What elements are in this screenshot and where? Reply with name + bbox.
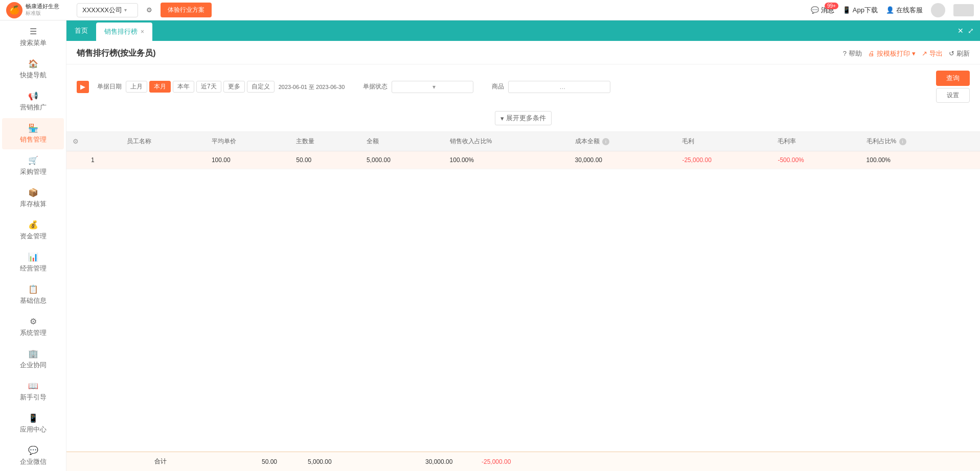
date-filter-label: 单据日期 [97,82,122,91]
tab-bar: 首页 销售排行榜 × ✕ ⤢ [66,20,980,41]
company-selector[interactable]: XXXXXX公司 ▾ [77,3,138,17]
filter-expand-arrow[interactable]: ▶ [77,81,89,93]
tab-home[interactable]: 首页 [66,20,96,41]
footer-amount: 5,000.00 [308,458,364,465]
col-settings-icon[interactable]: ⚙ [73,138,79,145]
company-dropdown-icon: ▾ [124,7,127,13]
sidebar-icon-finance: 💰 [28,220,38,230]
sidebar-item-purchase[interactable]: 🛒 采购管理 [2,150,64,182]
export-btn[interactable]: ↗ 导出 [922,49,943,58]
status-select-arrow: ▾ [432,83,469,91]
sidebar: ☰ 搜索菜单🏠 快捷导航📢 营销推广🏪 销售管理🛒 采购管理📦 库存核算💰 资金… [0,20,66,471]
footer-label: 合计 [154,457,216,466]
date-btn-last-month[interactable]: 上月 [126,81,147,93]
tab-sales-ranking[interactable]: 销售排行榜 × [96,23,152,41]
app-download-btn[interactable]: 📱 App下载 [842,6,878,15]
cost-info-icon[interactable]: i [602,138,609,145]
col-avg-price: 平均单价 [206,132,290,151]
company-name: XXXXXX公司 [82,6,122,15]
tab-close-icon[interactable]: × [141,28,144,35]
tab-home-label: 首页 [75,26,88,35]
sidebar-item-quick-nav[interactable]: 🏠 快捷导航 [2,54,64,85]
goods-filter-label: 商品 [492,82,504,91]
sidebar-item-marketing[interactable]: 📢 营销推广 [2,86,64,117]
avatar[interactable] [931,3,945,17]
user-menu[interactable] [953,4,974,16]
date-btn-custom[interactable]: 自定义 [247,81,275,93]
help-icon: ? [843,50,847,57]
col-qty: 主数量 [290,132,360,151]
date-btn-more[interactable]: 更多 [223,81,245,93]
sidebar-label-guide: 新手引导 [20,393,47,402]
logo-sub: 标准版 [26,10,59,17]
sidebar-item-system[interactable]: ⚙ 系统管理 [2,311,64,343]
date-btn-this-month[interactable]: 本月 [149,81,171,93]
topbar-settings-btn[interactable]: ⚙ [142,3,156,17]
print-btn[interactable]: 🖨 按模板打印 ▾ [868,49,916,58]
print-dropdown-icon: ▾ [912,50,916,57]
date-btn-this-year[interactable]: 本年 [173,81,194,93]
cell-amount-0: 5,000.00 [360,151,443,169]
col-gross-rate: 毛利率 [771,132,860,151]
expand-more-icon: ▾ [500,115,504,122]
sidebar-item-basic-info[interactable]: 📋 基础信息 [2,279,64,310]
header-actions: ? 帮助 🖨 按模板打印 ▾ ↗ 导出 ↺ [843,49,970,58]
cell-cost-0: 30,000.00 [569,151,676,169]
online-service-icon: 👤 [886,6,894,14]
col-cost: 成本全额 i [569,132,676,151]
page-title: 销售排行榜(按业务员) [77,48,156,59]
tab-close-window-icon[interactable]: ✕ [958,27,964,35]
tab-sales-label: 销售排行榜 [104,27,138,36]
tab-expand-icon[interactable]: ⤢ [968,27,974,35]
set-btn[interactable]: 设置 [936,88,970,103]
col-sales-pct: 销售收入占比% [444,132,569,151]
table-footer: 合计 50.00 5,000.00 30,000.00 -25,000.00 [66,452,980,471]
sidebar-item-wechat[interactable]: 💬 企业微信 [2,440,64,471]
expand-more-btn[interactable]: ▾ 展开更多条件 [495,111,552,125]
logo-text: 畅康通好生意 [26,3,59,10]
refresh-btn[interactable]: ↺ 刷新 [949,49,970,58]
footer-cost: 30,000.00 [425,458,482,465]
sidebar-item-guide[interactable]: 📖 新手引导 [2,376,64,407]
date-filter: 单据日期 上月 本月 本年 近7天 更多 自定义 2023-06-01 至 20… [97,81,345,93]
search-btn[interactable]: 查询 [936,71,970,86]
sidebar-label-purchase: 采购管理 [20,167,47,176]
sidebar-item-app-center[interactable]: 📱 应用中心 [2,408,64,439]
gross-pct-info-icon[interactable]: i [899,138,906,145]
goods-select[interactable]: … [508,81,610,93]
col-amount: 全额 [360,132,443,151]
date-btn-7days[interactable]: 近7天 [196,81,221,93]
trial-btn[interactable]: 体验行业方案 [161,3,212,17]
table-row: 1 100.00 50.00 5,000.00 100.00% 30,000.0… [66,151,980,169]
message-btn[interactable]: 💬 消息 99+ [811,6,834,15]
sidebar-label-system: 系统管理 [20,328,47,338]
expand-more-label: 展开更多条件 [506,114,546,123]
sidebar-icon-search-order: ☰ [30,27,37,36]
online-service-label: 在线客服 [896,6,923,15]
logo-icon: 🍊 [6,2,22,18]
sidebar-item-enterprise[interactable]: 🏢 企业协同 [2,344,64,375]
filter-actions: 查询 设置 [936,71,970,103]
status-select[interactable]: ▾ [392,81,473,93]
sidebar-label-operations: 经营管理 [20,264,47,273]
sidebar-item-operations[interactable]: 📊 经营管理 [2,247,64,278]
goods-filter: 商品 … [492,81,610,93]
status-filter: 单据状态 ▾ [363,81,473,93]
sidebar-label-finance: 资金管理 [20,232,47,241]
sidebar-label-app-center: 应用中心 [20,425,47,434]
sidebar-item-sales[interactable]: 🏪 销售管理 [2,118,64,149]
page-header: 销售排行榜(按业务员) ? 帮助 🖨 按模板打印 ▾ ↗ [66,41,980,64]
table-header-row: ⚙ 员工名称 平均单价 主数量 全额 销售收入占比% 成本全额 i 毛利 毛利率 [66,132,980,151]
cell-qty-0: 50.00 [290,151,360,169]
sidebar-label-inventory: 库存核算 [20,199,47,209]
sidebar-item-search-order[interactable]: ☰ 搜索菜单 [2,21,64,53]
col-gross: 毛利 [676,132,771,151]
goods-more-icon: … [559,83,606,91]
sidebar-item-finance[interactable]: 💰 资金管理 [2,215,64,246]
help-btn[interactable]: ? 帮助 [843,49,862,58]
sidebar-item-inventory[interactable]: 📦 库存核算 [2,183,64,214]
online-service-btn[interactable]: 👤 在线客服 [886,6,923,15]
message-badge: 99+ [825,3,838,9]
col-settings: ⚙ [66,132,85,151]
sidebar-icon-inventory: 📦 [28,188,38,197]
